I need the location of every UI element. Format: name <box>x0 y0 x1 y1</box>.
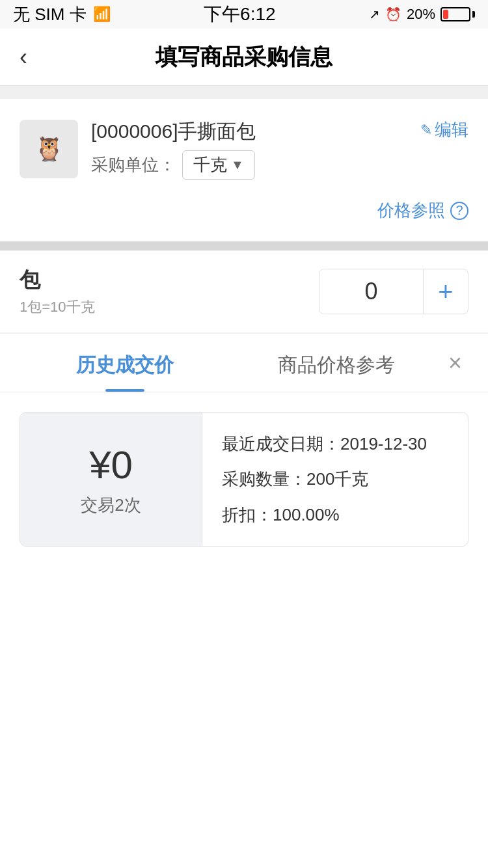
price-ref-row: 价格参照 ? <box>20 199 468 222</box>
price-ref-link[interactable]: 价格参照 <box>377 199 445 222</box>
wifi-icon: 📶 <box>93 6 111 23</box>
product-card: 🦉 [0000006]手撕面包 采购单位： 千克 ▼ ✎ 编辑 价格参照 ? <box>0 99 488 241</box>
status-time: 下午6:12 <box>204 2 276 27</box>
battery-percent: 20% <box>407 6 435 23</box>
unit-label: 采购单位： <box>91 154 176 176</box>
qty-label: 采购数量： <box>222 469 306 489</box>
qty-value: 200千克 <box>306 469 368 489</box>
back-button[interactable]: ‹ <box>20 44 27 71</box>
quantity-convert: 1包=10千克 <box>20 297 95 317</box>
help-icon[interactable]: ? <box>450 202 468 220</box>
date-line: 最近成交日期：2019-12-30 <box>222 432 448 455</box>
bottom-panel: 历史成交价 商品价格参考 × ¥0 交易2次 最近成交日期：2019-12-30… <box>0 334 488 868</box>
product-thumbnail: 🦉 <box>20 120 78 178</box>
price-right-block: 最近成交日期：2019-12-30 采购数量：200千克 折扣：100.00% <box>202 413 468 546</box>
quantity-control: 0 + <box>319 269 468 314</box>
quantity-row: 包 1包=10千克 0 + <box>0 251 488 332</box>
unit-value: 千克 <box>193 154 227 176</box>
date-label: 最近成交日期： <box>222 434 340 454</box>
edit-button[interactable]: ✎ 编辑 <box>420 118 468 141</box>
product-left: 🦉 [0000006]手撕面包 采购单位： 千克 ▼ <box>20 118 256 180</box>
price-transactions: 交易2次 <box>81 494 141 517</box>
history-content: ¥0 交易2次 最近成交日期：2019-12-30 采购数量：200千克 折扣：… <box>0 392 488 566</box>
quantity-unit-big: 包 <box>20 266 95 295</box>
product-info: [0000006]手撕面包 采购单位： 千克 ▼ <box>91 118 256 180</box>
edit-label: 编辑 <box>435 118 468 141</box>
product-header: 🦉 [0000006]手撕面包 采购单位： 千克 ▼ ✎ 编辑 <box>20 118 468 180</box>
qty-line: 采购数量：200千克 <box>222 467 448 491</box>
sim-status: 无 SIM 卡 <box>13 3 87 26</box>
unit-dropdown-arrow: ▼ <box>231 157 244 172</box>
alarm-icon: ⏰ <box>385 7 401 22</box>
quantity-label: 包 1包=10千克 <box>20 266 95 317</box>
empty-space <box>0 566 488 868</box>
tab2-label: 商品价格参考 <box>278 354 395 375</box>
quantity-display[interactable]: 0 <box>319 269 424 314</box>
price-value: 0 <box>111 443 133 487</box>
price-amount: ¥0 <box>89 442 133 487</box>
close-button[interactable]: × <box>442 343 468 383</box>
tabs-row: 历史成交价 商品价格参考 × <box>0 334 488 392</box>
date-value: 2019-12-30 <box>340 434 427 454</box>
owl-logo-icon: 🦉 <box>34 135 64 163</box>
top-divider <box>0 86 488 99</box>
currency-symbol: ¥ <box>89 443 111 487</box>
quantity-plus-button[interactable]: + <box>424 269 468 314</box>
product-name: [0000006]手撕面包 <box>91 118 256 145</box>
nav-bar: ‹ 填写商品采购信息 <box>0 29 488 86</box>
status-right: ↗ ⏰ 20% <box>369 6 475 23</box>
direction-icon: ↗ <box>369 7 380 22</box>
product-unit-row: 采购单位： 千克 ▼ <box>91 150 256 180</box>
price-left-block: ¥0 交易2次 <box>20 413 202 546</box>
page-title: 填写商品采购信息 <box>156 42 332 72</box>
discount-label: 折扣： <box>222 505 273 524</box>
tab-product-price-ref[interactable]: 商品价格参考 <box>230 334 441 392</box>
status-bar: 无 SIM 卡 📶 下午6:12 ↗ ⏰ 20% <box>0 0 488 29</box>
status-left: 无 SIM 卡 📶 <box>13 3 111 26</box>
battery-icon <box>441 7 475 21</box>
discount-line: 折扣：100.00% <box>222 503 448 526</box>
price-card: ¥0 交易2次 最近成交日期：2019-12-30 采购数量：200千克 折扣：… <box>20 412 468 547</box>
unit-select[interactable]: 千克 ▼ <box>182 150 255 180</box>
tab-underline <box>105 389 144 392</box>
discount-value: 100.00% <box>273 505 340 524</box>
tab1-label: 历史成交价 <box>76 354 174 375</box>
gray-bar <box>0 241 488 251</box>
tab-history-price[interactable]: 历史成交价 <box>20 334 230 392</box>
